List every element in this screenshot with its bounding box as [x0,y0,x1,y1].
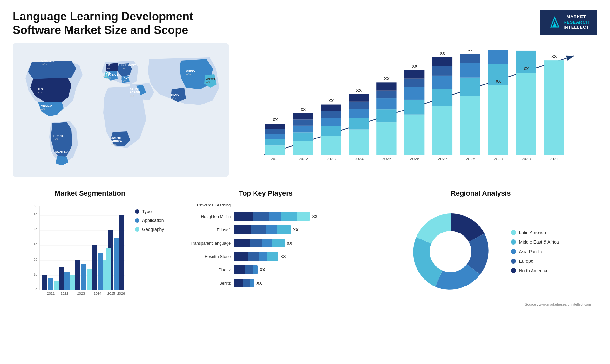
svg-rect-26 [376,110,396,123]
regional-section: Regional Analysis Latin Ame [364,186,597,351]
svg-rect-7 [293,120,313,126]
svg-rect-85 [70,275,75,290]
svg-rect-12 [321,126,341,136]
svg-rect-97 [106,248,111,290]
canada-highlight [28,61,76,79]
svg-rect-28 [376,91,396,98]
svg-rect-41 [432,76,452,89]
svg-text:2024: 2024 [94,292,101,295]
donut-area: Latin America Middle East & Africa Asia … [370,204,591,299]
svg-text:2031: 2031 [549,157,559,161]
player-name: Rosetta Stone [183,254,231,259]
page-header: Language Learning Development Software M… [13,10,597,37]
source-text: Source : www.marketresearchintellect.com [370,302,591,306]
us-value: xx% [38,91,43,94]
donut-center [430,231,471,272]
mexico-value: xx% [41,108,45,111]
svg-rect-96 [114,238,119,290]
saudi-label2: ARABIA [130,91,141,94]
player-value: XX [312,214,317,219]
svg-text:XX: XX [384,77,390,81]
regional-legend: Latin America Middle East & Africa Asia … [511,230,559,273]
svg-text:2026: 2026 [117,292,125,295]
svg-text:30: 30 [34,243,37,246]
player-row: Fluenz XX [183,265,348,274]
svg-text:2022: 2022 [298,157,308,161]
svg-rect-47 [460,78,480,96]
bar-2021-seg3 [265,134,285,140]
svg-text:XX: XX [468,50,473,52]
svg-text:XX: XX [440,51,445,56]
legend-dot-europe [511,259,516,264]
svg-rect-57 [516,73,536,155]
svg-text:10: 10 [34,273,37,276]
bar-chart-container: XX 2021 XX 2022 XX 2023 [238,43,597,177]
svg-text:XX: XX [301,107,306,112]
svg-text:XX: XX [551,55,557,59]
svg-text:2024: 2024 [354,157,364,161]
svg-text:20: 20 [34,258,37,261]
svg-rect-42 [432,66,452,76]
southafrica-value: xx% [111,143,116,146]
svg-text:2025: 2025 [382,157,392,161]
bar-val-2021: XX [273,118,278,123]
svg-rect-20 [349,109,369,118]
legend-geography-dot [135,227,139,232]
player-bar-wrap: XX [234,239,348,247]
svg-rect-89 [87,269,92,290]
segmentation-title: Market Segmentation [16,189,164,198]
legend-europe: Europe [511,259,559,264]
svg-text:50: 50 [34,213,37,217]
svg-rect-32 [404,115,424,155]
player-name: Fluenz [183,267,231,272]
spain-value: xx% [103,75,107,78]
argentina-value: xx% [51,154,56,157]
legend-label-north-america: North America [519,268,547,273]
india-value: xx% [171,97,176,99]
svg-rect-36 [404,70,424,79]
seg-bar-chart-svg: 0 10 20 30 40 50 60 [27,203,129,304]
svg-text:2027: 2027 [438,157,447,161]
top-section: CANADA xx% U.S. xx% MEXICO xx% BRAZIL xx… [13,43,597,177]
saudi-value: xx% [130,94,134,97]
svg-rect-49 [460,54,480,63]
svg-rect-5 [293,133,313,141]
brazil-value: xx% [53,138,58,141]
player-name: Onwards Learning [183,203,231,207]
svg-rect-81 [54,281,59,290]
player-row: Houghton Mifflin XX [183,212,348,221]
bottom-section: Market Segmentation 0 10 20 30 40 50 60 [13,186,597,351]
svg-rect-46 [460,96,480,155]
legend-application-dot [135,218,139,223]
svg-rect-48 [460,63,480,78]
japan-value: xx% [206,81,210,84]
player-row: Onwards Learning [183,203,348,207]
svg-text:XX: XX [412,64,417,69]
legend-middle-east: Middle East & Africa [511,239,559,245]
player-bar-seg [297,212,310,221]
svg-rect-87 [75,260,80,290]
uk-value: xx% [105,67,110,70]
svg-text:XX: XX [524,67,529,71]
italy-label: ITALY [121,76,129,79]
player-row: Berlitz XX [183,279,348,287]
canada-label: CANADA [41,59,54,62]
player-value: XX [280,254,286,259]
svg-text:2023: 2023 [326,157,336,161]
legend-asia-pacific: Asia Pacific [511,249,559,254]
player-name: Transparent language [183,241,231,246]
germany-label: GERMANY [121,64,136,67]
legend-application: Application [135,218,164,223]
italy-value: xx% [121,80,126,83]
svg-rect-15 [321,105,341,111]
legend-label-latin-america: Latin America [519,230,546,235]
player-value: XX [260,267,265,272]
player-name: Edusoft [183,227,231,232]
svg-rect-55 [488,50,508,64]
player-bar-wrap: XX [234,225,348,234]
svg-text:XX: XX [496,79,501,84]
svg-rect-8 [293,113,313,120]
legend-dot-latin-america [511,230,516,235]
mexico-label: MEXICO [41,104,52,107]
player-value: XX [293,227,298,232]
